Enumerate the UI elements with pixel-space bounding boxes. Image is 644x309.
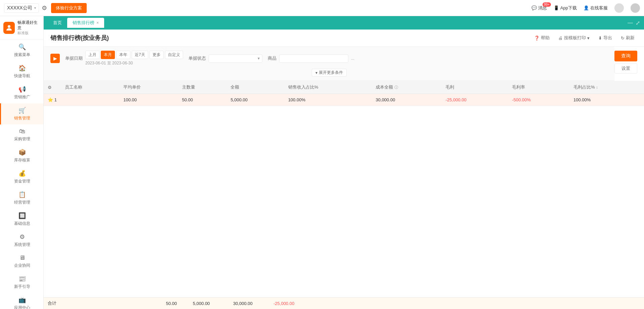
info-icon: ⓘ bbox=[394, 85, 398, 89]
col-gross-rate: 毛利率 bbox=[508, 81, 569, 94]
query-button[interactable]: 查询 bbox=[614, 51, 637, 61]
tab-sales-ranking[interactable]: 销售排行榜 × bbox=[67, 18, 104, 28]
sidebar-item-guide[interactable]: 📰 新手引导 bbox=[0, 272, 43, 293]
footer-cost: 30,000.00 bbox=[229, 301, 269, 306]
cell-qty: 50.00 bbox=[178, 94, 227, 106]
footer-row: 合计 50.00 5,000.00 30,000.00 -25,000.00 bbox=[44, 297, 644, 309]
status-label: 单据状态 bbox=[188, 55, 206, 61]
inventory-icon: 📦 bbox=[18, 149, 26, 156]
sidebar-item-system[interactable]: ⚙ 系统管理 bbox=[0, 230, 43, 251]
app-icon: 📱 bbox=[554, 5, 559, 10]
dropdown-icon: ▾ bbox=[587, 36, 590, 41]
message-button[interactable]: 💬 消息 99+ bbox=[531, 5, 547, 11]
col-cost: 成本全额 ⓘ bbox=[372, 81, 441, 94]
date-btn-more[interactable]: 更多 bbox=[149, 51, 164, 59]
col-amount: 全额 bbox=[226, 81, 284, 94]
sidebar-logo: 畅康通好生意 标准版 bbox=[0, 16, 43, 40]
tab-bar-right: — ⤢ bbox=[628, 20, 640, 26]
date-btn-custom[interactable]: 自定义 bbox=[165, 51, 183, 59]
sidebar-item-purchase[interactable]: 🛍 采购管理 bbox=[0, 124, 43, 145]
help-button[interactable]: ❓ 帮助 bbox=[531, 34, 552, 42]
filter-main: ▶ 单据日期 上月 本月 本年 bbox=[44, 47, 614, 81]
export-button[interactable]: ⬇ 导出 bbox=[596, 34, 615, 42]
footer-qty: 50.00 bbox=[162, 301, 189, 306]
trial-button[interactable]: 体验行业方案 bbox=[51, 3, 87, 13]
date-btn-this-year[interactable]: 本年 bbox=[116, 51, 130, 59]
tab-close-icon[interactable]: × bbox=[96, 20, 99, 25]
sidebar-label-collab: 企业协同 bbox=[14, 263, 30, 268]
col-settings[interactable]: ⚙ bbox=[44, 81, 61, 94]
sidebar-label-system: 系统管理 bbox=[14, 242, 30, 248]
col-sales-pct: 销售收入占比% bbox=[284, 81, 372, 94]
minimize-icon[interactable]: — bbox=[628, 20, 633, 26]
avatar[interactable] bbox=[614, 3, 624, 13]
data-table: ⚙ 员工名称 平均单价 主数量 全额 销售收入占比% 成本全额 ⓘ 毛利 毛利率 bbox=[44, 81, 644, 106]
system-icon: ⚙ bbox=[19, 233, 25, 241]
col-employee: 员工名称 bbox=[61, 81, 119, 94]
status-select-wrapper bbox=[209, 54, 262, 63]
content-area: 首页 销售排行榜 × — ⤢ 销售排行榜(按业务员) ❓ 帮助 bbox=[44, 16, 644, 309]
sidebar-item-collab[interactable]: 🖥 企业协同 bbox=[0, 251, 43, 272]
app-download-button[interactable]: 📱 App下载 bbox=[554, 5, 577, 11]
main-layout: 畅康通好生意 标准版 🔍 搜索菜单 🏠 快捷导航 📢 营销推广 🛒 销售管理 🛍… bbox=[0, 16, 644, 309]
sidebar-item-search[interactable]: 🔍 搜索菜单 bbox=[0, 40, 43, 61]
svg-point-0 bbox=[8, 25, 10, 28]
sidebar-item-management[interactable]: 📋 经营管理 bbox=[0, 188, 43, 209]
status-filter: 单据状态 bbox=[188, 54, 262, 63]
cell-avg-price: 100.00 bbox=[119, 94, 178, 106]
expand-arrow-button[interactable]: ▶ bbox=[50, 54, 60, 63]
sidebar-item-basic-info[interactable]: 🔲 基础信息 bbox=[0, 209, 43, 230]
status-select[interactable] bbox=[209, 54, 262, 63]
footer-gross: -25,000.00 bbox=[269, 301, 310, 306]
message-icon: 💬 bbox=[531, 5, 537, 10]
date-range-display: 2023-06-01 至 2023-06-30 bbox=[85, 60, 183, 66]
col-avg-price: 平均单价 bbox=[119, 81, 178, 94]
sidebar-item-finance[interactable]: 💰 资金管理 bbox=[0, 166, 43, 188]
avatar-placeholder bbox=[631, 3, 640, 13]
sidebar-label-management: 经营管理 bbox=[14, 200, 30, 205]
print-icon: 🖨 bbox=[558, 36, 563, 41]
cell-cost: 30,000.00 bbox=[372, 94, 441, 106]
page-title: 销售排行榜(按业务员) bbox=[50, 34, 109, 42]
more-options-icon[interactable]: ... bbox=[351, 56, 354, 61]
template-print-button[interactable]: 🖨 按模板打印 ▾ bbox=[556, 34, 592, 42]
cell-name bbox=[61, 94, 119, 106]
sidebar-item-inventory[interactable]: 📦 库存核算 bbox=[0, 145, 43, 166]
right-actions: 💬 消息 99+ 📱 App下载 👤 在线客服 bbox=[531, 3, 640, 13]
cell-rank: ⭐ 1 bbox=[44, 94, 61, 106]
page-content: 销售排行榜(按业务员) ❓ 帮助 🖨 按模板打印 ▾ ⬇ 导出 bbox=[44, 30, 644, 309]
date-btn-last-month[interactable]: 上月 bbox=[85, 51, 99, 59]
maximize-icon[interactable]: ⤢ bbox=[636, 20, 640, 26]
footer-amount: 5,000.00 bbox=[189, 301, 229, 306]
company-name: XXXXX公司 bbox=[7, 5, 32, 11]
gear-icon[interactable]: ⚙ bbox=[42, 4, 47, 12]
sidebar-item-marketing[interactable]: 📢 营销推广 bbox=[0, 82, 43, 103]
expand-more-button[interactable]: ▾ 展开更多条件 bbox=[312, 69, 347, 76]
sidebar-label-basic-info: 基础信息 bbox=[14, 221, 30, 226]
app-name: 畅康通好生意 bbox=[17, 20, 40, 31]
date-filter: 单据日期 上月 本月 本年 近7天 更多 自定义 bbox=[65, 51, 183, 66]
management-icon: 📋 bbox=[18, 191, 26, 198]
settings-button[interactable]: 设置 bbox=[614, 63, 637, 73]
goods-input[interactable] bbox=[279, 54, 348, 63]
date-label: 单据日期 bbox=[65, 55, 83, 61]
total-label: 合计 bbox=[48, 300, 162, 306]
purchase-icon: 🛍 bbox=[19, 128, 25, 135]
sidebar-label-finance: 资金管理 bbox=[14, 178, 30, 184]
sidebar-item-quicknav[interactable]: 🏠 快捷导航 bbox=[0, 61, 43, 82]
sort-icon: ↕ bbox=[596, 85, 598, 89]
basic-info-icon: 🔲 bbox=[18, 212, 26, 219]
chevron-down-icon: ▾ bbox=[34, 6, 36, 10]
online-service-button[interactable]: 👤 在线客服 bbox=[584, 5, 608, 11]
date-btn-last7days[interactable]: 近7天 bbox=[132, 51, 148, 59]
date-btn-this-month[interactable]: 本月 bbox=[101, 51, 115, 59]
sidebar-item-sales[interactable]: 🛒 销售管理 bbox=[0, 103, 43, 124]
refresh-button[interactable]: ↻ 刷新 bbox=[618, 34, 637, 42]
table-header-row: ⚙ 员工名称 平均单价 主数量 全额 销售收入占比% 成本全额 ⓘ 毛利 毛利率 bbox=[44, 81, 644, 94]
goods-label: 商品 bbox=[268, 55, 276, 61]
page-header: 销售排行榜(按业务员) ❓ 帮助 🖨 按模板打印 ▾ ⬇ 导出 bbox=[44, 30, 644, 47]
sidebar-label-inventory: 库存核算 bbox=[14, 157, 30, 163]
tab-home[interactable]: 首页 bbox=[48, 18, 67, 28]
company-select[interactable]: XXXXX公司 ▾ bbox=[4, 3, 39, 13]
sidebar-item-appstore[interactable]: 📺 应用中心 bbox=[0, 293, 43, 309]
